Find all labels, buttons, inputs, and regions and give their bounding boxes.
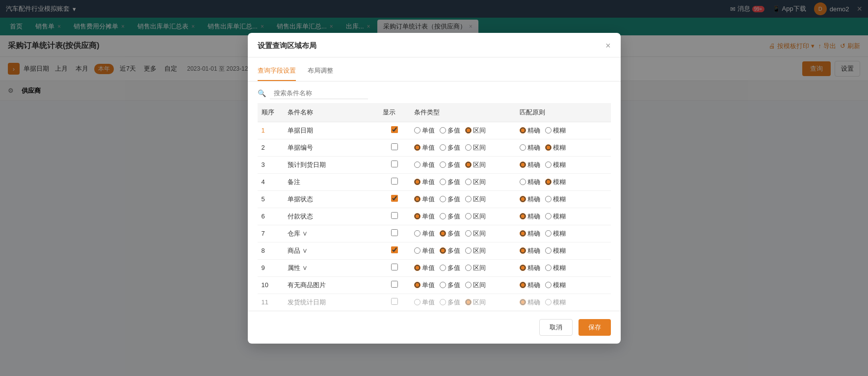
dtab-query-fields[interactable]: 查询字段设置	[258, 63, 296, 81]
settings-dialog: 设置查询区域布局 × 查询字段设置 布局调整 🔍 顺序 条件名称	[248, 33, 621, 101]
dialog-search-input[interactable]	[270, 87, 368, 99]
dtab-query-fields-label: 查询字段设置	[258, 67, 296, 74]
dialog-tabs: 查询字段设置 布局调整	[248, 57, 621, 81]
dialog-header: 设置查询区域布局 ×	[248, 33, 621, 57]
dialog-close-btn[interactable]: ×	[605, 41, 611, 51]
dialog-title: 设置查询区域布局	[258, 41, 316, 51]
dialog-search-area: 🔍	[248, 81, 621, 101]
dialog-overlay: 设置查询区域布局 × 查询字段设置 布局调整 🔍 顺序 条件名称	[0, 0, 868, 101]
dtab-layout[interactable]: 布局调整	[308, 63, 333, 81]
dtab-layout-label: 布局调整	[308, 67, 333, 74]
dialog-search-icon: 🔍	[258, 89, 266, 97]
